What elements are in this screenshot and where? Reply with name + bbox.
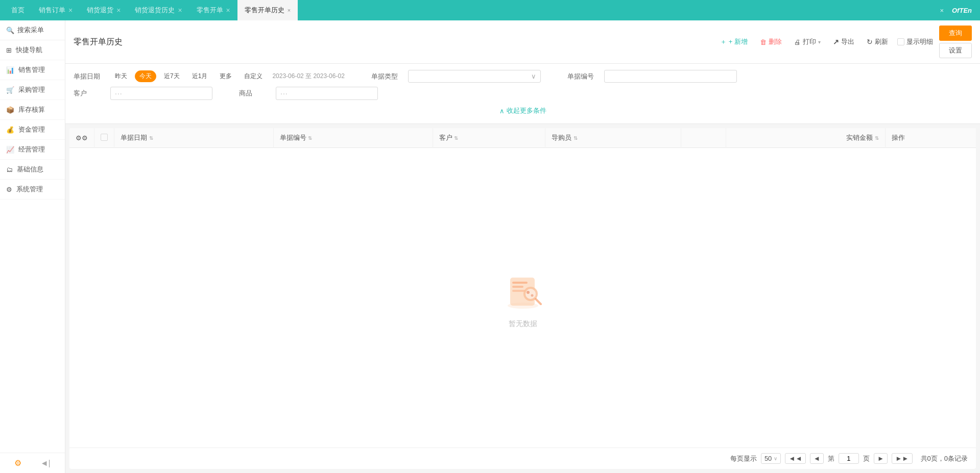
tab-sales-order-label: 销售订单 bbox=[39, 6, 65, 15]
sidebar-item-mgmt[interactable]: 📈 经营管理 bbox=[0, 140, 65, 160]
tab-retail[interactable]: 零售开单 bbox=[189, 0, 237, 20]
tab-retail-history-label: 零售开单历史 bbox=[245, 6, 284, 15]
th-amount-label: 实销金额 bbox=[846, 134, 873, 141]
date-btn-today[interactable]: 今天 bbox=[135, 70, 156, 82]
refresh-button[interactable]: ↻ 刷新 bbox=[864, 35, 891, 48]
tab-return[interactable]: 销货退货 bbox=[80, 0, 128, 20]
svg-point-9 bbox=[531, 294, 533, 296]
sidebar-item-nav[interactable]: ⊞ 快捷导航 bbox=[0, 40, 65, 60]
page-number-input[interactable] bbox=[839, 453, 859, 464]
date-btn-1month[interactable]: 近1月 bbox=[187, 70, 212, 82]
main-layout: 搜索采单 ⊞ 快捷导航 📊 销售管理 🛒 采购管理 📦 库存核算 💰 资金管理 … bbox=[0, 20, 980, 473]
table-header-row: ⚙ 单据日期 单据编号 客户 bbox=[69, 128, 976, 148]
th-checkbox[interactable] bbox=[94, 128, 114, 148]
mgmt-icon: 📈 bbox=[6, 146, 14, 154]
display-label: 显示明细 bbox=[906, 37, 933, 46]
export-button[interactable]: ↗ 导出 bbox=[830, 35, 857, 48]
date-label: 单据日期 bbox=[74, 72, 104, 81]
th-actions-label: 操作 bbox=[892, 134, 905, 141]
sidebar-collapse-icon[interactable]: ◄| bbox=[40, 459, 51, 468]
tab-sales-order[interactable]: 销售订单 bbox=[32, 0, 80, 20]
th-salesperson-label: 导购员 bbox=[552, 134, 571, 141]
nav-close-btn[interactable]: × bbox=[940, 7, 944, 14]
table-gear-icon[interactable]: ⚙ bbox=[76, 134, 88, 142]
sidebar-item-base[interactable]: 🗂 基础信息 bbox=[0, 160, 65, 180]
sidebar-item-sales-label: 销售管理 bbox=[18, 65, 45, 74]
query-button[interactable]: 查询 bbox=[939, 26, 972, 41]
top-nav: 首页 销售订单 销货退货 销货退货历史 零售开单 零售开单历史 × × OfTE… bbox=[0, 0, 980, 20]
tab-return-close[interactable] bbox=[116, 6, 121, 14]
tab-retail-history[interactable]: 零售开单历史 × bbox=[237, 0, 298, 20]
select-all-checkbox[interactable] bbox=[101, 134, 108, 141]
svg-line-7 bbox=[536, 299, 541, 304]
sidebar-item-stock[interactable]: 📦 库存核算 bbox=[0, 100, 65, 120]
main-table: ⚙ 单据日期 单据编号 客户 bbox=[69, 128, 976, 148]
purchase-icon: 🛒 bbox=[6, 86, 14, 94]
export-icon: ↗ bbox=[833, 38, 839, 46]
print-button[interactable]: 🖨 打印 ▾ bbox=[791, 35, 824, 48]
empty-state: 暂无数据 bbox=[69, 148, 976, 447]
next-page-btn[interactable]: ► bbox=[874, 453, 888, 464]
order-no-input[interactable] bbox=[604, 70, 737, 83]
date-btn-custom[interactable]: 自定义 bbox=[240, 70, 267, 82]
tab-retail-close[interactable] bbox=[226, 6, 230, 14]
th-date-label: 单据日期 bbox=[121, 134, 147, 141]
filter-dates: 昨天 今天 近7天 近1月 更多 自定义 2023-06-02 至 2023-0… bbox=[110, 70, 345, 82]
th-amount[interactable]: 实销金额 bbox=[726, 128, 885, 148]
nav-icon: ⊞ bbox=[6, 46, 12, 54]
sidebar-search-label: 搜索采单 bbox=[17, 26, 44, 35]
customer-label: 客户 bbox=[74, 89, 104, 98]
th-customer[interactable]: 客户 bbox=[433, 128, 545, 148]
display-checkbox-sq[interactable] bbox=[897, 38, 904, 45]
table-area: ⚙ 单据日期 单据编号 客户 bbox=[69, 128, 976, 469]
date-btn-more[interactable]: 更多 bbox=[215, 70, 236, 82]
display-detail-checkbox[interactable]: 显示明细 bbox=[897, 37, 933, 46]
plus-icon: ＋ bbox=[720, 37, 727, 46]
sidebar-settings-icon[interactable]: ⚙ bbox=[14, 458, 21, 468]
tab-return-history-close[interactable] bbox=[178, 6, 182, 14]
sidebar-item-finance[interactable]: 💰 资金管理 bbox=[0, 120, 65, 140]
order-type-select[interactable]: ∨ bbox=[408, 70, 541, 83]
svg-rect-2 bbox=[512, 282, 528, 284]
th-salesperson[interactable]: 导购员 bbox=[545, 128, 681, 148]
date-btn-7days[interactable]: 近7天 bbox=[159, 70, 184, 82]
sidebar-item-sales[interactable]: 📊 销售管理 bbox=[0, 60, 65, 80]
collapse-label: 收起更多条件 bbox=[507, 106, 546, 115]
tab-home[interactable]: 首页 bbox=[4, 0, 32, 20]
order-no-label: 单据编号 bbox=[567, 72, 598, 81]
sidebar-search[interactable]: 搜索采单 bbox=[0, 20, 65, 40]
th-settings[interactable]: ⚙ bbox=[69, 128, 94, 148]
tab-return-history[interactable]: 销货退货历史 bbox=[128, 0, 189, 20]
add-button[interactable]: ＋ + 新增 bbox=[717, 35, 751, 48]
th-date[interactable]: 单据日期 bbox=[114, 128, 274, 148]
filter-row-2: 客户 ··· 商品 ··· bbox=[74, 87, 972, 100]
tab-retail-history-close[interactable]: × bbox=[288, 7, 291, 13]
sys-icon: ⚙ bbox=[6, 186, 12, 193]
page-size-select[interactable]: 50 ∨ bbox=[761, 453, 781, 464]
finance-icon: 💰 bbox=[6, 126, 14, 134]
page-label: 页 bbox=[863, 454, 870, 463]
delete-button[interactable]: 🗑 删除 bbox=[757, 35, 785, 48]
date-btn-yesterday[interactable]: 昨天 bbox=[110, 70, 132, 82]
last-page-btn[interactable]: ►► bbox=[892, 453, 912, 464]
base-icon: 🗂 bbox=[6, 166, 13, 173]
th-orderno[interactable]: 单据编号 bbox=[273, 128, 433, 148]
prev-page-btn[interactable]: ◄ bbox=[810, 453, 824, 464]
search-icon bbox=[6, 27, 14, 34]
sidebar-item-purchase[interactable]: 🛒 采购管理 bbox=[0, 80, 65, 100]
refresh-icon: ↻ bbox=[867, 38, 873, 46]
goods-input[interactable]: ··· bbox=[276, 87, 378, 100]
setting-button[interactable]: 设置 bbox=[939, 43, 972, 58]
sidebar-item-sys[interactable]: ⚙ 系统管理 bbox=[0, 180, 65, 200]
delete-label: 删除 bbox=[769, 37, 782, 46]
collapse-btn[interactable]: ∧ 收起更多条件 bbox=[499, 104, 546, 117]
tab-retail-label: 零售开单 bbox=[197, 6, 223, 15]
tab-sales-order-close[interactable] bbox=[68, 6, 73, 14]
print-dropdown-icon: ▾ bbox=[818, 39, 821, 45]
sidebar-item-purchase-label: 采购管理 bbox=[18, 85, 45, 94]
customer-input[interactable]: ··· bbox=[110, 87, 212, 100]
top-nav-right: × OfTEn bbox=[940, 7, 976, 14]
sales-icon: 📊 bbox=[6, 66, 14, 74]
sidebar-item-mgmt-label: 经营管理 bbox=[18, 145, 45, 154]
first-page-btn[interactable]: ◄◄ bbox=[785, 453, 805, 464]
